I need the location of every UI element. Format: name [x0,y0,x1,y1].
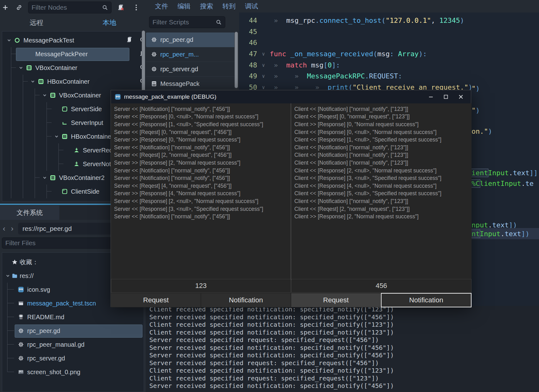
server-log[interactable]: Server << [Notification] ["normal_notify… [111,103,291,280]
link-icon[interactable] [14,2,24,13]
menu-item-3[interactable]: 搜索 [195,0,218,12]
file-type-icon: TXT [18,314,24,320]
file-row-rpc_server.gd[interactable]: rpc_server.gd [2,351,144,365]
fold-chevron: ∨ [257,73,270,79]
node-type-icon [62,106,68,112]
code-fragment: ientInput.text]] [472,167,538,178]
maximize-icon[interactable] [438,90,453,103]
menu-item-1[interactable]: 文件 [150,0,173,12]
expand-toggle[interactable] [41,93,48,98]
server-input-field[interactable]: 123 [111,279,291,293]
detach-script-icon [117,4,124,11]
line-number: 44 [239,17,257,24]
file-row-screen_shot_0.png[interactable]: screen_shot_0.png [2,365,144,379]
script-item-rpc_peer.gd[interactable]: rpc_peer.gd [146,32,235,47]
script-item-rpc_peer_m...[interactable]: rpc_peer_m... [146,47,235,62]
client-input-field[interactable]: 456 [291,279,472,293]
log-line: Client << [Response] [2, <null>, "Normal… [291,167,472,175]
script-item-rpc_server.gd[interactable]: rpc_server.gd [146,62,235,77]
code-token: text [513,169,529,177]
log-line: Server << [Notification] ["normal_notify… [111,213,291,221]
script-list-scrollbar[interactable] [234,31,238,90]
minimize-icon[interactable] [423,90,438,103]
tab-remote[interactable]: 远程 [0,15,73,31]
output-line: Server received specified notification: … [149,351,539,359]
output-panel: Client received specified notification: … [146,306,539,392]
indent-marks: » [270,61,286,69]
script-list: rpc_peer.gdrpc_peer_m...rpc_server.gdDOC… [146,32,235,91]
code-token: . [488,221,492,229]
log-line: Server << [Notification] ["normal_notify… [111,144,291,151]
expand-toggle[interactable] [4,273,12,278]
tab-filesystem[interactable]: 文件系统 [0,206,59,220]
link-icon [16,4,22,11]
expand-toggle[interactable] [5,38,13,43]
client-log[interactable]: Client << [Notification] ["normal_notify… [291,103,472,280]
node-type-icon [73,147,80,153]
root-folder-label: res:// [20,272,33,280]
node-type-icon [14,37,20,43]
scene-toolbar: Filter Nodes [0,0,146,15]
code-token: . [365,72,369,80]
file-row-README.md[interactable]: TXTREADME.md [2,310,144,324]
dock-splitter[interactable] [0,204,120,205]
code-token: ) [460,17,464,24]
expand-toggle[interactable] [29,79,37,84]
filter-scripts-input[interactable]: Filter Scripts [149,16,225,28]
menu-item-5[interactable]: 调试 [240,0,263,12]
code-token: ]) [521,230,530,238]
file-type-icon [18,369,24,375]
client-request-button[interactable]: Request [291,293,381,307]
server-notification-button[interactable]: Notification [201,293,291,307]
filter-nodes-input[interactable]: Filter Nodes [28,2,112,13]
close-icon[interactable] [453,90,468,103]
menu-item-4[interactable]: 转到 [218,0,240,12]
tree-row-hboxcontainer[interactable]: HBoxContainer [2,75,144,88]
tree-row-messagepackpeer[interactable]: MessagePackPeer [2,47,144,61]
server-request-button[interactable]: Request [111,293,201,307]
log-line: Client >> [Response] [2, "Normal request… [291,213,472,221]
code-token: REQUEST [369,72,398,80]
code-token: "127.0.0.1" [386,17,431,24]
output-line: Client received specified notification: … [149,329,539,336]
script-item-MessagePack[interactable]: DOCMessagePack [146,77,235,91]
file-row-rpc_peer_manual.gd[interactable]: rpc_peer_manual.gd [2,338,144,351]
favorites-label: 收藏： [20,258,38,266]
expand-toggle[interactable] [53,134,60,139]
code-token: nput [472,221,488,229]
menu-dots-icon[interactable] [131,2,142,13]
code-token: text [505,230,521,238]
code-token: match [286,61,307,69]
client-notification-button[interactable]: Notification [381,293,472,307]
add-node-button[interactable] [0,2,11,13]
file-name: message_pack_test.tscn [27,300,96,307]
log-line: Server >> [Response] [0, "Normal request… [111,136,291,144]
back-icon[interactable]: ‹ [0,224,8,233]
script-icon [127,37,132,43]
file-row-rpc_peer.gd[interactable]: rpc_peer.gd [2,324,144,338]
line-number: 46 [239,39,257,47]
file-name: icon.svg [27,286,50,293]
node-type-icon [73,161,80,167]
log-line: Client << [Notification] ["normal_notify… [291,197,472,205]
tab-local[interactable]: 本地 [73,15,146,31]
tree-row-vboxcontainer[interactable]: VBoxContainer [2,61,144,75]
debug-window-buttons: RequestNotificationRequestNotification [111,293,472,307]
detach-script-icon[interactable] [115,2,126,13]
debug-window-titlebar[interactable]: message_pack_example (DEBUG) [111,90,471,103]
expand-toggle[interactable] [17,65,25,70]
script-type-icon [151,66,157,72]
forward-icon[interactable]: › [8,224,16,233]
output-line: Server received specified request: speci… [149,359,539,367]
expand-toggle[interactable] [41,175,48,180]
output-line: Server received specified notification: … [149,313,539,321]
log-line: Client << [Reqest] [0, "normal_request",… [291,113,472,121]
output-line: Client received specified request: speci… [149,375,539,382]
tree-row-messagepacktest[interactable]: MessagePackTest [2,33,144,47]
node-name: VBoxContainer [59,92,101,99]
chevron-down-icon [54,134,59,139]
menu-item-2[interactable]: 编辑 [173,0,195,12]
script-badge[interactable] [127,37,132,44]
code-line-47: 47∨func _on_message_received(msg: Array)… [239,48,539,60]
log-line: Client << [Notification] ["normal_notify… [291,151,472,159]
